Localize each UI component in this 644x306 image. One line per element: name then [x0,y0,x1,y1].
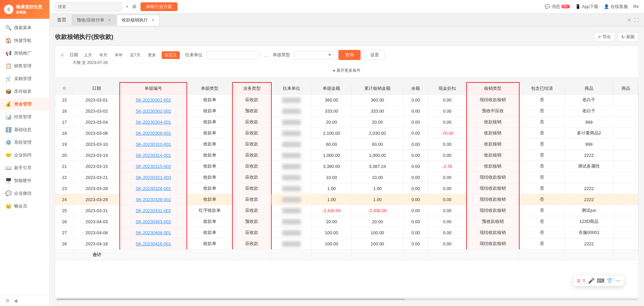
float-mic-icon[interactable]: 🎤 [588,278,595,284]
sidebar-item-purchase[interactable]: 🛒采购管理 [0,72,49,85]
float-shirt-icon[interactable]: 👕 [606,278,613,284]
doc-no-link[interactable]: SK-20230310-001 [136,142,171,147]
doc-no-link[interactable]: SK-20230403-002 [136,219,171,224]
sidebar-item-basic[interactable]: ℹ️基础信息 [0,123,49,136]
solution-button[interactable]: 体验行业方案 [141,2,177,11]
tab-collect[interactable]: 收款核销执行✕ [117,15,160,25]
user-display[interactable]: Rit [633,4,639,9]
col-header-7: 累计核销金额 [352,82,404,95]
table-wrap[interactable]: ⚙日期单据编号单据类型业务类型往来单位单据金额累计核销金额余额现金折扣核销类型包… [55,82,638,298]
doc-no-link[interactable]: SK-20230314-001 [136,153,171,158]
sidebar-item-hardware[interactable]: 🖥️智能硬件 [0,174,49,187]
date-btn-本年[interactable]: 本年 [112,51,126,59]
row-doc-no[interactable]: SK-20230328-002 [120,194,187,205]
sidebar-item-management[interactable]: 📊经营管理 [0,111,49,123]
row-num: 20 [55,150,74,161]
row-product2 [613,227,638,238]
window-maximize-btn[interactable]: ⛶ [634,17,639,23]
custom-date-button[interactable]: 自定义 [162,51,180,59]
online-service-button[interactable]: 👤 在线客服 [604,4,628,10]
table-settings-icon[interactable]: ⚙ [62,86,66,91]
row-doc-no[interactable]: SK-20230314-001 [120,150,187,161]
row-doc-no[interactable]: SK-20230308-001 [120,128,187,139]
sidebar-settings-icon[interactable]: ⚙ [5,298,10,303]
tab-prepay[interactable]: 预收/应收付单✕ [72,15,116,25]
row-doc-no[interactable]: SK-20230302-002 [120,106,187,117]
sidebar-item-system[interactable]: ⚙️系统管理 [0,136,49,149]
app-download-button[interactable]: 📱 App下载 [575,4,598,10]
date-btn-更多[interactable]: 更多 [145,51,159,59]
settings-button[interactable]: 设置 [365,50,385,60]
filter-more-dots[interactable]: ... [264,52,269,58]
refresh-label: 刷新 [626,34,635,40]
scroll-track[interactable] [57,299,637,300]
doc-no-link[interactable]: SK-20230301-002 [136,98,171,103]
sidebar-item-wechat[interactable]: 💬企业微信 [0,187,49,200]
expand-conditions-btn[interactable]: ▾ 展开更多条件 [61,68,633,73]
notification-button[interactable]: 💬 消息 99+ [545,4,570,10]
tab-close-prepay[interactable]: ✕ [108,18,111,22]
sidebar-item-quick[interactable]: 🏠快捷导航 [0,34,49,47]
doc-no-link[interactable]: SK-20230302-002 [136,109,171,114]
sidebar-item-marketing[interactable]: 📢营销推广 [0,47,49,60]
row-doc-no[interactable]: SK-20230321-003 [120,172,187,183]
horizontal-scrollbar[interactable] [55,298,638,300]
doc-no-link[interactable]: SK-20230304-001 [136,120,171,125]
topbar-search-wrap[interactable] [55,2,122,11]
footer-cell-13 [613,249,638,260]
footer-cell-5 [271,249,312,260]
doc-no-link[interactable]: SK-20230418-001 [136,241,171,246]
row-doc-no[interactable]: SK-20230315-002 [120,161,187,172]
query-button[interactable]: 查询 [338,50,361,60]
sidebar-collapse-icon[interactable]: ◀ [14,298,17,303]
date-btn-本月[interactable]: 本月 [96,51,110,59]
row-date: 2023-04-08 [74,227,120,238]
row-biz-type: 应收款 [232,205,271,216]
tab-close-collect[interactable]: ✕ [151,18,155,22]
row-product2 [613,106,638,117]
table-row: 192023-03-10SK-20230310-001收款单应收款██████6… [55,139,638,150]
row-product: 老白干 [565,95,613,106]
float-keyboard-icon[interactable]: ⌨ [597,278,604,284]
sidebar-item-inventory[interactable]: 📦库存核算 [0,85,49,98]
partner-filter-input[interactable] [207,51,260,59]
topbar-settings-icon[interactable]: ⚙ [132,4,137,10]
doc-no-link[interactable]: SK-20230328-001 [136,186,171,191]
doc-no-link[interactable]: SK-20230331-002 [136,208,171,213]
row-doc-no[interactable]: SK-20230418-001 [120,238,187,249]
date-btn-上月[interactable]: 上月 [81,51,95,59]
row-doc-no[interactable]: SK-20230331-002 [120,205,187,216]
filter-collapse-btn[interactable]: » [59,53,66,57]
sidebar-item-guide[interactable]: 📖新手引导 [0,162,49,174]
doc-no-link[interactable]: SK-20230408-001 [136,230,171,235]
date-btn-近7天[interactable]: 近7天 [127,51,144,59]
scroll-thumb[interactable] [57,299,405,300]
sidebar-label-management: 经营管理 [14,114,32,120]
row-doc-no[interactable]: SK-20230304-001 [120,117,187,128]
row-doc-no[interactable]: SK-20230408-001 [120,227,187,238]
doc-no-link[interactable]: SK-20230315-002 [136,164,171,169]
sidebar-item-member[interactable]: 👑畅会员 [0,200,49,212]
sidebar-item-cooperation[interactable]: 🤝企业协同 [0,149,49,162]
sidebar-item-finance[interactable]: 💰资金管理 [0,98,49,111]
refresh-button[interactable]: ↻ 刷新 [618,32,639,42]
row-doc-no[interactable]: SK-20230328-001 [120,183,187,194]
doc-no-link[interactable]: SK-20230321-003 [136,175,171,180]
row-partner: ██████ [271,172,312,183]
doc-no-link[interactable]: SK-20230308-001 [136,131,171,136]
window-close-btn[interactable]: ✕ [627,17,631,23]
row-doc-no[interactable]: SK-20230301-002 [120,95,187,106]
row-doc-no[interactable]: SK-20230403-002 [120,216,187,227]
online-service-icon: 👤 [604,4,609,9]
topbar-dropdown-arrow[interactable]: ▾ [126,4,128,9]
sidebar-item-sales[interactable]: 📋销售管理 [0,60,49,72]
doc-no-link[interactable]: SK-20230328-002 [136,197,171,202]
export-button[interactable]: ↗ 导出 [594,32,615,42]
receipt-type-select[interactable] [294,51,334,59]
sidebar-item-search[interactable]: 🔍搜索菜单 [0,21,49,34]
row-doc-no[interactable]: SK-20230310-001 [120,139,187,150]
tab-home[interactable]: 首页 [52,15,71,25]
topbar-search-input[interactable] [58,4,119,9]
sidebar-icon-finance: 💰 [5,101,11,107]
float-more-icon[interactable]: ⋯ [615,278,621,284]
